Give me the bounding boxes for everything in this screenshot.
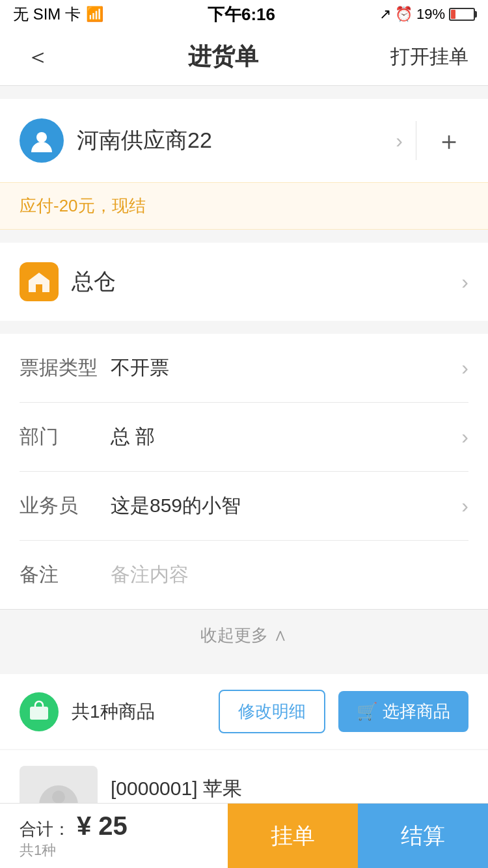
select-product-label: 选择商品 (383, 700, 450, 723)
invoice-type-value: 不开票 (111, 355, 455, 381)
wifi-icon: 📶 (86, 6, 103, 23)
edit-detail-button[interactable]: 修改明细 (219, 690, 325, 733)
salesman-chevron-icon: › (461, 494, 468, 518)
supplier-chevron-icon: › (396, 129, 403, 153)
warehouse-section[interactable]: 总仓 › (0, 243, 488, 321)
battery-text: 19% (416, 6, 445, 23)
product-title: 苹果 (203, 778, 242, 799)
location-icon: ↗ (379, 6, 391, 23)
invoice-type-row[interactable]: 票据类型 不开票 › (0, 334, 488, 402)
department-row[interactable]: 部门 总 部 › (0, 403, 488, 471)
invoice-type-chevron-icon: › (461, 356, 468, 380)
remark-label: 备注 (20, 562, 111, 588)
total-text: 合计： (20, 818, 70, 841)
svg-point-0 (36, 132, 47, 142)
warehouse-chevron-icon: › (461, 270, 468, 294)
divider-2 (0, 321, 488, 334)
product-code: [0000001] (111, 778, 197, 799)
back-button[interactable]: ＜ (20, 34, 56, 79)
status-right: ↗ ⏰ 19% (379, 6, 475, 23)
svg-rect-1 (36, 284, 42, 292)
supplier-divider (416, 121, 416, 160)
salesman-row[interactable]: 业务员 这是859的小智 › (0, 472, 488, 540)
products-header: 共1种商品 修改明细 🛒 选择商品 (0, 674, 488, 749)
total-amount: ¥ 25 (77, 811, 128, 841)
collapse-button[interactable]: 收起更多 ∧ (0, 609, 488, 661)
select-product-icon: 🛒 (357, 701, 377, 722)
remark-row[interactable]: 备注 备注内容 (0, 541, 488, 609)
divider-1 (0, 230, 488, 243)
products-count: 共1种商品 (72, 699, 206, 724)
payable-notice: 应付-20元，现结 (0, 182, 488, 230)
department-value: 总 部 (111, 424, 455, 450)
invoice-type-label: 票据类型 (20, 355, 111, 381)
department-chevron-icon: › (461, 425, 468, 449)
hang-button[interactable]: 挂单 (228, 804, 358, 869)
total-count: 共1种 (20, 841, 208, 860)
cart-icon (27, 700, 51, 724)
battery-icon (449, 8, 475, 21)
checkout-button[interactable]: 结算 (358, 804, 488, 869)
total-section: 合计： ¥ 25 共1种 (0, 811, 228, 860)
salesman-value: 这是859的小智 (111, 493, 455, 519)
nav-bar: ＜ 进货单 打开挂单 (0, 29, 488, 86)
form-section: 票据类型 不开票 › 部门 总 部 › 业务员 这是859的小智 › 备注 备注… (0, 334, 488, 609)
open-hang-button[interactable]: 打开挂单 (390, 44, 468, 70)
alarm-icon: ⏰ (395, 6, 413, 23)
svg-point-4 (52, 791, 65, 804)
house-icon (27, 270, 51, 293)
product-name: [0000001] 苹果 (111, 776, 425, 802)
supplier-row[interactable]: 河南供应商22 › (20, 99, 403, 182)
carrier-text: 无 SIM 卡 (13, 4, 81, 25)
svg-rect-2 (30, 707, 48, 720)
salesman-label: 业务员 (20, 493, 111, 519)
warehouse-icon (20, 262, 59, 301)
status-carrier: 无 SIM 卡 📶 (13, 4, 103, 25)
supplier-name: 河南供应商22 (77, 126, 389, 156)
total-label: 合计： ¥ 25 (20, 811, 208, 841)
add-supplier-button[interactable]: ＋ (429, 116, 468, 165)
top-divider (0, 86, 488, 99)
supplier-section: 河南供应商22 › ＋ (0, 99, 488, 182)
supplier-avatar (20, 118, 64, 163)
department-label: 部门 (20, 424, 111, 450)
status-time: 下午6:16 (208, 3, 275, 26)
remark-value: 备注内容 (111, 562, 468, 588)
warehouse-name: 总仓 (72, 267, 455, 297)
page-title: 进货单 (188, 41, 258, 73)
products-icon (20, 692, 59, 731)
user-icon (29, 128, 55, 154)
status-bar: 无 SIM 卡 📶 下午6:16 ↗ ⏰ 19% (0, 0, 488, 29)
bottom-bar: 合计： ¥ 25 共1种 挂单 结算 (0, 803, 488, 868)
select-product-button[interactable]: 🛒 选择商品 (338, 691, 468, 732)
